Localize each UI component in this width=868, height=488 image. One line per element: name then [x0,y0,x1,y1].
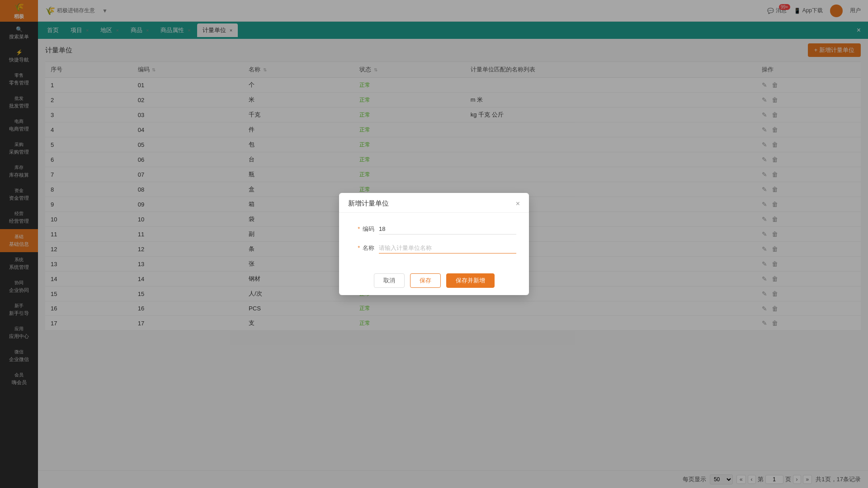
form-row-code: * 编码 [352,224,516,235]
modal-title: 新增计量单位 [348,199,389,208]
save-button[interactable]: 保存 [410,273,441,288]
add-unit-modal: 新增计量单位 × * 编码 * 名称 取消 保存 保存并新增 [339,193,529,295]
name-input[interactable] [379,243,516,253]
modal-close-button[interactable]: × [516,200,520,208]
modal-header: 新增计量单位 × [339,193,529,213]
modal-footer: 取消 保存 保存并新增 [339,269,529,295]
save-new-button[interactable]: 保存并新增 [446,273,495,288]
modal-overlay: 新增计量单位 × * 编码 * 名称 取消 保存 保存并新增 [0,0,868,488]
name-label: * 名称 [352,244,374,252]
modal-body: * 编码 * 名称 [339,213,529,269]
code-input[interactable] [379,224,516,235]
code-label: * 编码 [352,225,374,233]
form-row-name: * 名称 [352,243,516,253]
cancel-button[interactable]: 取消 [374,273,405,288]
